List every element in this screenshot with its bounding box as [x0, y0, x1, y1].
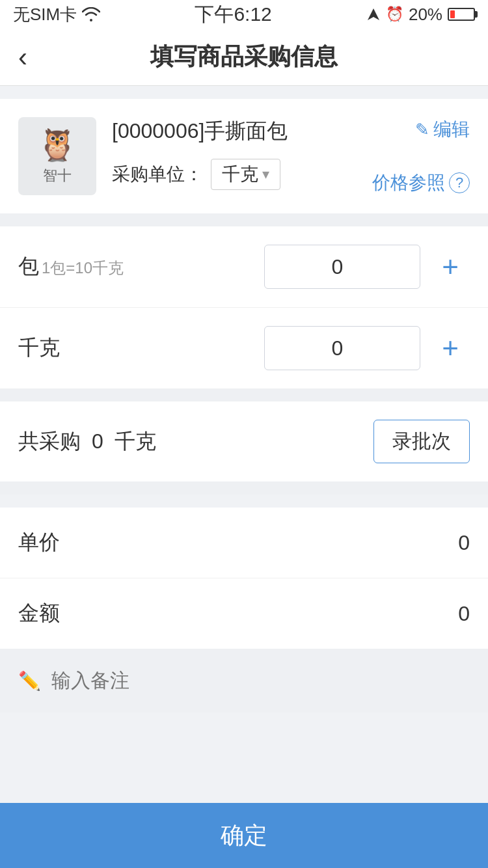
- price-ref-button[interactable]: 价格参照 ?: [372, 170, 470, 195]
- package-row: 包1包=10千克 +: [0, 226, 488, 308]
- remark-section: ✏️: [0, 649, 488, 712]
- summary-value: 0: [92, 429, 103, 453]
- back-button[interactable]: ‹: [18, 42, 27, 73]
- battery-icon: [448, 8, 475, 21]
- price-ref-label: 价格参照: [372, 170, 445, 195]
- unit-value: 千克: [222, 162, 258, 187]
- kg-row: 千克 +: [0, 308, 488, 388]
- divider-3: [0, 481, 488, 495]
- package-label: 包1包=10千克: [18, 252, 124, 281]
- pencil-icon: ✏️: [18, 670, 41, 692]
- amount-label: 金额: [18, 599, 60, 628]
- page-title: 填写商品采购信息: [150, 41, 338, 73]
- package-sublabel: 1包=10千克: [42, 259, 124, 277]
- unit-prefix-label: 采购单位：: [112, 162, 203, 187]
- product-brand: 智十: [43, 166, 72, 185]
- summary-row: 共采购 0 千克 录批次: [0, 401, 488, 481]
- unit-chevron-icon: ▾: [262, 166, 269, 183]
- unit-select[interactable]: 千克 ▾: [211, 159, 280, 190]
- status-bar: 无SIM卡 下午6:12 ⏰ 20%: [0, 0, 488, 29]
- kg-field-wrap: +: [83, 326, 470, 370]
- divider-1: [0, 213, 488, 226]
- edit-icon: ✎: [415, 120, 429, 140]
- content: 🦉 智十 [0000006]手撕面包 采购单位： 千克 ▾ ✎ 编辑 价格参照 …: [0, 99, 488, 868]
- status-right: ⏰ 20%: [366, 5, 475, 25]
- batch-button[interactable]: 录批次: [373, 420, 470, 463]
- package-input[interactable]: [264, 245, 420, 289]
- package-plus-button[interactable]: +: [431, 247, 470, 286]
- battery-percent: 20%: [409, 5, 442, 25]
- divider-2: [0, 388, 488, 401]
- alarm-icon: ⏰: [386, 6, 403, 23]
- wifi-icon: [82, 7, 100, 21]
- unit-price-row: 单价 0: [0, 508, 488, 578]
- amount-row: 金额 0: [0, 578, 488, 649]
- unit-price-label: 单价: [18, 528, 60, 557]
- amount-value: 0: [458, 602, 470, 626]
- kg-label: 千克: [18, 334, 70, 362]
- nav-bar: ‹ 填写商品采购信息: [0, 29, 488, 86]
- location-icon: [366, 7, 381, 21]
- product-image: 🦉 智十: [18, 117, 96, 195]
- product-edit-button[interactable]: ✎ 编辑: [415, 117, 470, 142]
- status-time: 下午6:12: [195, 1, 271, 28]
- product-owl-icon: 🦉: [38, 127, 77, 163]
- edit-label: 编辑: [433, 117, 470, 142]
- carrier-label: 无SIM卡: [13, 3, 77, 26]
- price-section: 单价 0 金额 0: [0, 508, 488, 649]
- kg-plus-button[interactable]: +: [431, 329, 470, 368]
- status-left: 无SIM卡: [13, 3, 100, 26]
- quantity-section: 包1包=10千克 + 千克 +: [0, 226, 488, 388]
- confirm-bar[interactable]: 确定: [0, 803, 488, 868]
- kg-input[interactable]: [264, 326, 420, 370]
- confirm-label: 确定: [221, 820, 267, 852]
- product-card: 🦉 智十 [0000006]手撕面包 采购单位： 千克 ▾ ✎ 编辑 价格参照 …: [0, 99, 488, 213]
- price-ref-icon: ?: [449, 172, 470, 193]
- unit-price-value: 0: [458, 531, 470, 555]
- remark-input[interactable]: [51, 670, 470, 692]
- package-field-wrap: +: [137, 245, 470, 289]
- summary-text: 共采购 0 千克: [18, 427, 156, 456]
